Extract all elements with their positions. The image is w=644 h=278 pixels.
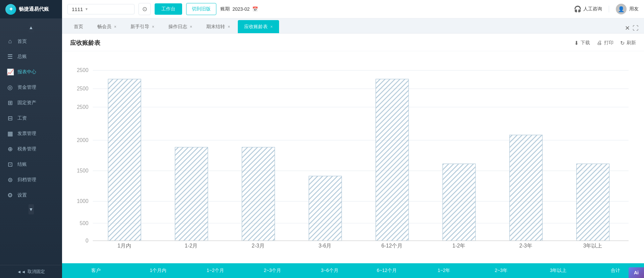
sidebar-item-tax[interactable]: ⊕ 税务管理: [0, 141, 62, 157]
service-label: 人工咨询: [583, 6, 602, 12]
sidebar-scroll-down-btn[interactable]: ▼: [29, 204, 34, 214]
tab-home-label: 首页: [74, 24, 83, 30]
sidebar-item-invoice-label: 发票管理: [17, 131, 36, 137]
calendar-icon: 📅: [252, 6, 258, 12]
workbench-button[interactable]: 工作台: [155, 3, 182, 15]
print-icon: 🖨: [597, 40, 602, 46]
content-header: 应收账龄表 ⬇ 下载 🖨 打印 ↻ 刷新: [62, 33, 644, 51]
sidebar-item-home-label: 首页: [17, 39, 27, 45]
sidebar-item-ledger[interactable]: ☰ 总账: [0, 49, 62, 64]
sidebar-item-report[interactable]: 📈 报表中心: [0, 64, 62, 80]
tab-guide-label: 新手引导: [130, 24, 149, 30]
salary-icon: ⊟: [7, 115, 13, 122]
refresh-label: 刷新: [627, 40, 636, 46]
logo-icon: ✦: [5, 4, 16, 15]
tab-aging[interactable]: 应收账龄表 ×: [238, 20, 279, 33]
tab-expand-btn[interactable]: ✕: [625, 24, 630, 32]
th-2-3month: 2~3个月: [244, 268, 301, 274]
tab-aging-label: 应收账龄表: [244, 24, 268, 30]
settings-icon: ⚙: [7, 192, 13, 199]
content-area: 应收账龄表 ⬇ 下载 🖨 打印 ↻ 刷新: [62, 33, 644, 278]
bar-1-2month: [175, 147, 208, 241]
svg-text:1月内: 1月内: [117, 243, 131, 249]
period-value: 2023-02: [232, 6, 250, 12]
bar-1-2year: [443, 164, 476, 240]
tab-guide-close[interactable]: ×: [152, 24, 154, 29]
sidebar-cancel-fixed[interactable]: ◄◄ 取消固定: [0, 265, 62, 278]
copy-icon-btn[interactable]: ⊙: [139, 3, 151, 15]
refresh-button[interactable]: ↻ 刷新: [620, 40, 636, 46]
sidebar-item-assets-label: 固定资产: [17, 100, 36, 106]
svg-text:2-3月: 2-3月: [252, 243, 265, 249]
header-divider: [609, 6, 609, 12]
service-btn[interactable]: 🎧 人工咨询: [574, 5, 602, 13]
sidebar-item-closing[interactable]: ⊡ 结账: [0, 157, 62, 172]
svg-text:6-12个月: 6-12个月: [381, 243, 402, 249]
tab-member-close[interactable]: ×: [114, 24, 116, 29]
ai-badge[interactable]: Ai: [629, 267, 644, 278]
aging-chart: 2500 2500 2500 2000 1500 1000 500 0: [69, 55, 637, 260]
download-icon: ⬇: [574, 40, 579, 46]
tab-fullscreen-btn[interactable]: ⛶: [633, 25, 639, 32]
svg-text:500: 500: [80, 220, 89, 226]
cancel-fixed-label: 取消固定: [28, 269, 45, 275]
header-right: 🎧 人工咨询 👤 用友: [574, 4, 639, 14]
sidebar-item-finance-label: 资金管理: [17, 84, 36, 90]
tab-closing-close[interactable]: ×: [228, 24, 230, 29]
sidebar-scroll-up: ▲: [0, 21, 62, 34]
tab-closing[interactable]: 期末结转 ×: [200, 20, 236, 33]
user-menu[interactable]: 👤 用友: [616, 4, 639, 14]
finance-icon: ◎: [7, 84, 13, 91]
sidebar-item-salary[interactable]: ⊟ 工资: [0, 111, 62, 126]
sidebar-item-assets[interactable]: ⊞ 固定资产: [0, 95, 62, 111]
sidebar-item-home[interactable]: ⌂ 首页: [0, 34, 62, 49]
tab-log-label: 操作日志: [168, 24, 187, 30]
bar-3-6month: [309, 176, 342, 241]
svg-text:1000: 1000: [77, 198, 89, 204]
sidebar-item-settings[interactable]: ⚙ 设置: [0, 188, 62, 203]
sidebar-scroll-up-btn[interactable]: ▲: [29, 22, 34, 32]
tab-guide[interactable]: 新手引导 ×: [124, 20, 161, 33]
logo-text: 畅捷通易代账: [19, 6, 49, 12]
th-1month: 1个月内: [129, 268, 186, 274]
invoice-icon: ▦: [7, 130, 13, 137]
svg-text:1-2月: 1-2月: [185, 243, 198, 249]
sidebar-item-archive[interactable]: ⊜ 归档管理: [0, 172, 62, 188]
tab-log[interactable]: 操作日志 ×: [162, 20, 199, 33]
sidebar-logo: ✦ 畅捷通易代账: [0, 0, 62, 18]
svg-text:1500: 1500: [77, 168, 89, 173]
avatar-icon: 👤: [618, 6, 625, 12]
company-selector[interactable]: 1111 ▾: [67, 4, 135, 14]
bar-1month: [108, 79, 141, 240]
tab-log-close[interactable]: ×: [190, 24, 192, 29]
header: 1111 ▾ ⊙ 工作台 切到旧版 账期 2023-02 📅 🎧 人工咨询: [62, 0, 644, 18]
svg-text:3年以上: 3年以上: [583, 243, 602, 249]
chart-container: 2500 2500 2500 2000 1500 1000 500 0: [62, 51, 644, 263]
svg-text:3-6月: 3-6月: [319, 243, 332, 249]
bar-6-12month: [376, 79, 409, 240]
svg-text:2000: 2000: [77, 137, 89, 143]
sidebar-nav: ▲ ⌂ 首页 ☰ 总账 📈 报表中心 ◎ 资金管理 ⊞ 固定资产: [0, 18, 62, 265]
headphone-icon: 🎧: [574, 5, 581, 13]
download-label: 下载: [581, 40, 590, 46]
sidebar-item-finance[interactable]: ◎ 资金管理: [0, 80, 62, 95]
tab-member[interactable]: 畅会员 ×: [91, 20, 123, 33]
sidebar-item-tax-label: 税务管理: [17, 146, 36, 152]
sidebar-scroll-down: ▼: [0, 203, 62, 216]
tab-closing-label: 期末结转: [206, 24, 225, 30]
download-button[interactable]: ⬇ 下载: [574, 40, 590, 46]
sidebar-item-report-label: 报表中心: [17, 69, 36, 75]
print-button[interactable]: 🖨 打印: [597, 40, 613, 46]
tab-aging-close[interactable]: ×: [270, 24, 273, 29]
period-selector[interactable]: 账期 2023-02 📅: [220, 6, 258, 12]
sidebar-item-archive-label: 归档管理: [17, 177, 36, 183]
tab-home[interactable]: 首页: [67, 20, 90, 33]
sidebar-item-ledger-label: 总账: [17, 54, 27, 60]
sidebar-item-invoice[interactable]: ▦ 发票管理: [0, 126, 62, 141]
tabs-bar: 首页 畅会员 × 新手引导 × 操作日志 × 期末结转 × 应收账龄表 ×: [62, 18, 644, 33]
th-3year-plus: 3年以上: [530, 268, 587, 274]
svg-text:1-2年: 1-2年: [452, 243, 466, 249]
copy-icon: ⊙: [142, 5, 147, 13]
switch-version-button[interactable]: 切到旧版: [186, 3, 216, 15]
svg-text:0: 0: [86, 238, 89, 244]
